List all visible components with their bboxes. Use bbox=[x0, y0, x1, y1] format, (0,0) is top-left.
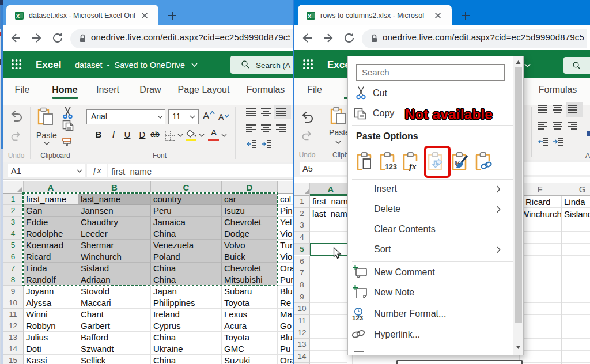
svg-text:x: x bbox=[308, 12, 312, 19]
svg-text:123: 123 bbox=[385, 163, 397, 171]
svg-text:x: x bbox=[16, 12, 20, 19]
svg-text:123: 123 bbox=[352, 314, 363, 321]
svg-text:fx: fx bbox=[409, 162, 417, 171]
